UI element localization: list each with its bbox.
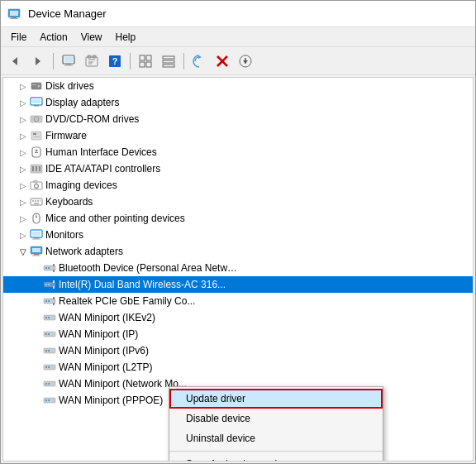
- ctx-uninstall-device[interactable]: Uninstall device: [169, 428, 383, 448]
- svg-rect-77: [53, 286, 55, 289]
- tree-item-wan-ipv6[interactable]: WAN Miniport (IPv6): [3, 342, 473, 359]
- tree-label: WAN Miniport (PPPOE): [59, 395, 163, 406]
- menu-action[interactable]: Action: [33, 30, 74, 45]
- tree-item-mice[interactable]: ▷ Mice and other pointing devices: [3, 210, 473, 227]
- forward-button[interactable]: [27, 50, 49, 72]
- svg-rect-41: [33, 133, 36, 135]
- tree-item-ide[interactable]: ▷ IDE ATA/ATAPI controllers: [3, 160, 473, 177]
- svg-rect-92: [45, 350, 47, 352]
- collapse-toggle[interactable]: ▷: [17, 82, 30, 91]
- svg-rect-19: [146, 55, 151, 60]
- ctx-update-driver[interactable]: Update driver: [169, 389, 383, 409]
- tree-item-display-adapters[interactable]: ▷ Display adapters: [3, 94, 473, 111]
- svg-rect-93: [48, 350, 50, 352]
- svg-rect-69: [32, 256, 40, 256]
- collapse-toggle[interactable]: ▷: [17, 98, 30, 108]
- svg-rect-78: [45, 284, 47, 285]
- collapse-toggle[interactable]: ▷: [17, 115, 30, 124]
- tree-item-hid[interactable]: ▷ Human Interface Devices: [3, 144, 473, 160]
- tree-item-monitors[interactable]: ▷ Monitors: [3, 227, 473, 243]
- svg-rect-99: [48, 383, 50, 385]
- tree-item-network[interactable]: ▽ Network adapters: [3, 243, 473, 260]
- netcard-icon: [43, 311, 56, 324]
- svg-rect-1: [10, 11, 18, 16]
- tree-label: WAN Miniport (IP): [59, 328, 138, 340]
- toolbar-separator-2: [130, 53, 131, 69]
- svg-rect-72: [53, 270, 55, 272]
- tree-item-bluetooth[interactable]: Bluetooth Device (Personal Area Network): [3, 260, 473, 276]
- svg-rect-73: [45, 267, 47, 269]
- svg-rect-36: [34, 105, 39, 107]
- svg-rect-48: [36, 166, 37, 171]
- expand-toggle[interactable]: ▽: [17, 247, 30, 256]
- svg-rect-95: [45, 366, 47, 368]
- properties-button[interactable]: [81, 50, 102, 72]
- svg-rect-57: [40, 200, 40, 202]
- menu-file[interactable]: File: [4, 30, 33, 45]
- imaging-icon: [30, 179, 43, 192]
- leaf-spacer: [30, 330, 43, 339]
- menu-help[interactable]: Help: [109, 30, 143, 45]
- tree-label: Monitors: [45, 229, 83, 241]
- collapse-toggle[interactable]: ▷: [17, 165, 30, 174]
- collapse-toggle[interactable]: ▷: [17, 231, 30, 240]
- tree-item-realtek[interactable]: Realtek PCIe GbE Family Co...: [3, 293, 473, 309]
- title-bar-icon: [7, 7, 21, 21]
- svg-rect-8: [66, 64, 71, 65]
- collapse-toggle[interactable]: ▷: [17, 132, 30, 141]
- ctx-scan-changes[interactable]: Scan for hardware changes: [169, 454, 383, 462]
- tree-label: Mice and other pointing devices: [45, 213, 185, 224]
- svg-rect-102: [48, 399, 50, 401]
- scan-button[interactable]: [188, 50, 210, 72]
- view2-button[interactable]: [158, 50, 179, 72]
- collapse-toggle[interactable]: ▷: [17, 181, 30, 190]
- tree-item-imaging[interactable]: ▷ Imaging devices: [3, 177, 473, 194]
- delete-button[interactable]: [212, 50, 233, 72]
- leaf-spacer: [30, 264, 43, 273]
- svg-rect-64: [34, 237, 39, 239]
- tree-item-intel-wifi[interactable]: Intel(R) Dual Band Wireless-AC 316...: [3, 276, 473, 293]
- netcard-icon: [43, 394, 56, 407]
- svg-rect-9: [64, 65, 73, 65]
- svg-rect-83: [45, 300, 47, 302]
- help-button[interactable]: ?: [104, 50, 126, 72]
- collapse-toggle[interactable]: ▷: [17, 214, 30, 223]
- tree-item-dvd[interactable]: ▷ DVD/CD-ROM drives: [3, 111, 473, 127]
- ide-icon: [30, 162, 43, 175]
- netcard-icon: [43, 344, 56, 357]
- tree-label: WAN Miniport (IPv6): [59, 345, 149, 356]
- svg-rect-23: [163, 60, 174, 63]
- svg-rect-84: [48, 300, 50, 302]
- toolbar: ?: [1, 47, 475, 75]
- tree-label: DVD/CD-ROM drives: [45, 113, 139, 125]
- menu-bar: File Action View Help: [1, 27, 475, 47]
- svg-point-32: [38, 85, 40, 88]
- tree-label: Bluetooth Device (Personal Area Network): [59, 262, 240, 274]
- tree-item-wan-ip[interactable]: WAN Miniport (IP): [3, 326, 473, 342]
- svg-rect-49: [39, 166, 40, 171]
- svg-point-39: [36, 118, 37, 120]
- tree-item-keyboards[interactable]: ▷ Keyboards: [3, 194, 473, 210]
- leaf-spacer: [30, 347, 43, 356]
- back-button[interactable]: [4, 50, 26, 72]
- computer-button[interactable]: [58, 50, 79, 72]
- monitor-icon: [30, 228, 43, 242]
- svg-rect-51: [34, 180, 37, 183]
- download-button[interactable]: [235, 50, 256, 72]
- device-tree[interactable]: ▷ Disk drives ▷: [2, 77, 474, 462]
- svg-rect-20: [140, 62, 145, 67]
- tree-item-disk-drives[interactable]: ▷ Disk drives: [3, 78, 473, 94]
- view-button[interactable]: [135, 50, 156, 72]
- svg-rect-24: [163, 65, 174, 67]
- svg-rect-63: [32, 232, 40, 236]
- ctx-disable-device[interactable]: Disable device: [169, 409, 383, 428]
- tree-item-firmware[interactable]: ▷ Firmware: [3, 127, 473, 144]
- menu-view[interactable]: View: [74, 30, 109, 45]
- collapse-toggle[interactable]: ▷: [17, 148, 30, 157]
- tree-label: WAN Miniport (L2TP): [59, 361, 153, 373]
- main-content: ▷ Disk drives ▷: [1, 75, 475, 463]
- tree-item-wan-l2tp[interactable]: WAN Miniport (L2TP): [3, 359, 473, 376]
- collapse-toggle[interactable]: ▷: [17, 198, 30, 207]
- tree-item-wan-ikev2[interactable]: WAN Miniport (IKEv2): [3, 309, 473, 326]
- svg-rect-58: [34, 203, 39, 204]
